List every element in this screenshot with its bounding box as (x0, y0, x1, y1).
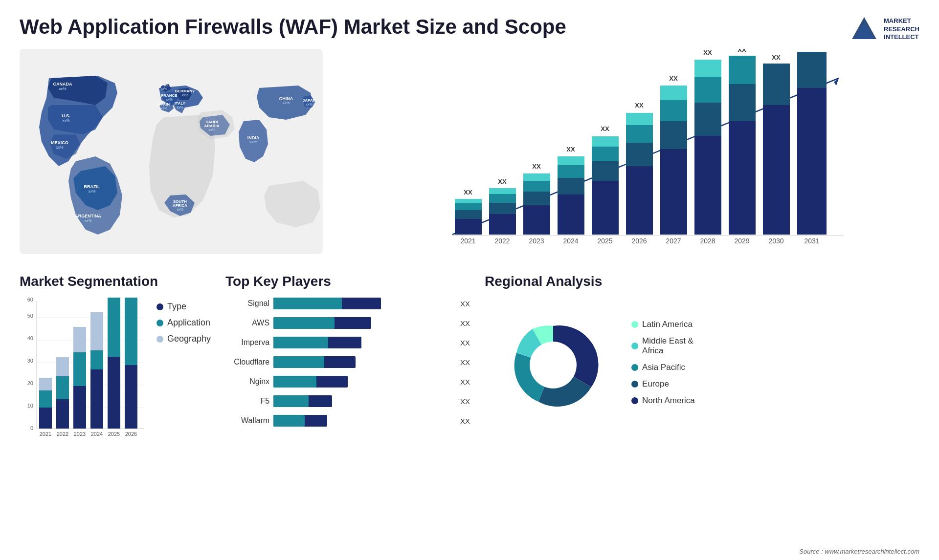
svg-text:XX: XX (772, 54, 781, 61)
seg-legend: Type Application Geography (156, 297, 225, 350)
svg-rect-126 (108, 298, 120, 357)
geography-dot (156, 336, 163, 343)
svg-rect-116 (56, 399, 69, 429)
svg-rect-60 (592, 136, 619, 147)
svg-text:CANADA: CANADA (53, 82, 72, 86)
svg-text:20: 20 (27, 380, 33, 386)
svg-rect-118 (56, 357, 69, 376)
svg-rect-39 (455, 203, 482, 210)
player-bar-nginx (273, 375, 454, 388)
svg-rect-138 (273, 317, 335, 329)
svg-rect-144 (273, 376, 316, 388)
svg-rect-64 (626, 125, 653, 143)
svg-text:AFRICA: AFRICA (173, 203, 187, 208)
svg-rect-47 (523, 205, 550, 235)
svg-rect-148 (273, 415, 305, 427)
svg-text:40: 40 (27, 335, 33, 341)
svg-rect-70 (660, 86, 687, 100)
player-row-wallarm: Wallarm XX (225, 414, 470, 428)
svg-text:2026: 2026 (125, 431, 137, 437)
key-players-section: Top Key Players Signal XX AWS (225, 274, 470, 474)
svg-text:2021: 2021 (460, 237, 475, 245)
logo: MARKET RESEARCH INTELLECT (850, 15, 919, 44)
svg-rect-68 (660, 121, 687, 149)
svg-rect-136 (273, 298, 342, 309)
svg-text:ARABIA: ARABIA (204, 124, 219, 128)
type-dot (156, 303, 163, 310)
svg-text:BRAZIL: BRAZIL (84, 184, 100, 189)
player-bar-signal (273, 297, 454, 310)
player-row-aws: AWS XX (225, 316, 470, 330)
reg-legend-northam: North America (631, 396, 919, 406)
svg-rect-82 (763, 64, 790, 105)
segmentation-section: Market Segmentation 0 10 20 30 40 50 60 (20, 274, 211, 474)
player-value-signal: XX (460, 300, 470, 308)
svg-rect-114 (39, 390, 52, 408)
content-area: CANADA xx% U.S. xx% MEXICO xx% BRAZIL xx… (0, 49, 939, 264)
players-list: Signal XX AWS XX (225, 297, 470, 428)
page-title: Web Application Firewalls (WAF) Market S… (20, 15, 566, 39)
svg-text:XX: XX (669, 75, 678, 82)
player-bar-wallarm (273, 414, 454, 428)
legend-application-label: Application (167, 318, 210, 328)
svg-rect-142 (273, 356, 324, 368)
svg-text:XX: XX (703, 49, 712, 56)
mea-dot (631, 343, 638, 349)
svg-rect-55 (558, 156, 584, 165)
application-dot (156, 320, 163, 326)
map-container: CANADA xx% U.S. xx% MEXICO xx% BRAZIL xx… (20, 49, 323, 254)
svg-rect-146 (273, 395, 309, 407)
svg-rect-140 (273, 337, 328, 348)
player-row-signal: Signal XX (225, 297, 470, 310)
svg-rect-115 (39, 378, 52, 390)
donut-container (485, 297, 622, 435)
svg-text:xx%: xx% (84, 218, 91, 223)
reg-legend-asiapac: Asia Pacific (631, 363, 919, 372)
svg-text:xx%: xx% (166, 98, 172, 101)
regional-title: Regional Analysis (485, 274, 919, 289)
player-row-cloudflare: Cloudflare XX (225, 355, 470, 369)
svg-rect-117 (56, 376, 69, 399)
svg-rect-43 (489, 203, 516, 214)
svg-text:2023: 2023 (74, 431, 86, 437)
reg-legend-europe: Europe (631, 379, 919, 389)
svg-text:2030: 2030 (768, 237, 783, 245)
world-map-svg: CANADA xx% U.S. xx% MEXICO xx% BRAZIL xx… (20, 49, 323, 254)
player-name-f5: F5 (225, 397, 269, 406)
svg-rect-54 (558, 165, 584, 178)
svg-text:2024: 2024 (91, 431, 103, 437)
svg-text:50: 50 (27, 313, 33, 319)
svg-text:xx%: xx% (62, 118, 69, 123)
svg-text:XX: XX (807, 49, 816, 50)
svg-rect-50 (523, 173, 550, 181)
svg-text:XX: XX (532, 163, 541, 170)
svg-rect-121 (73, 327, 86, 352)
svg-text:xx%: xx% (208, 128, 215, 131)
player-name-imperva: Imperva (225, 338, 269, 347)
svg-text:10: 10 (27, 403, 33, 409)
player-name-wallarm: Wallarm (225, 416, 269, 425)
svg-text:xx%: xx% (160, 87, 167, 90)
asiapac-label: Asia Pacific (642, 363, 685, 372)
svg-rect-59 (592, 147, 619, 161)
svg-text:XX: XX (498, 178, 507, 185)
svg-rect-125 (108, 357, 120, 429)
svg-text:2023: 2023 (529, 237, 544, 245)
svg-rect-42 (489, 214, 516, 235)
svg-rect-69 (660, 100, 687, 121)
bar-chart-svg: XX XX XX XX (347, 49, 919, 254)
svg-rect-75 (694, 60, 721, 77)
svg-rect-84 (797, 88, 827, 235)
player-row-imperva: Imperva XX (225, 336, 470, 349)
svg-text:2022: 2022 (494, 237, 510, 245)
europe-label: Europe (642, 379, 669, 389)
svg-rect-40 (455, 199, 482, 203)
seg-bars: 0 10 20 30 40 50 60 (20, 297, 147, 455)
svg-rect-38 (455, 210, 482, 219)
legend-type-label: Type (167, 302, 186, 312)
svg-rect-128 (125, 298, 137, 365)
svg-text:30: 30 (27, 358, 33, 364)
player-value-imperva: XX (460, 339, 470, 347)
svg-text:2029: 2029 (734, 237, 749, 245)
svg-text:2025: 2025 (597, 237, 612, 245)
